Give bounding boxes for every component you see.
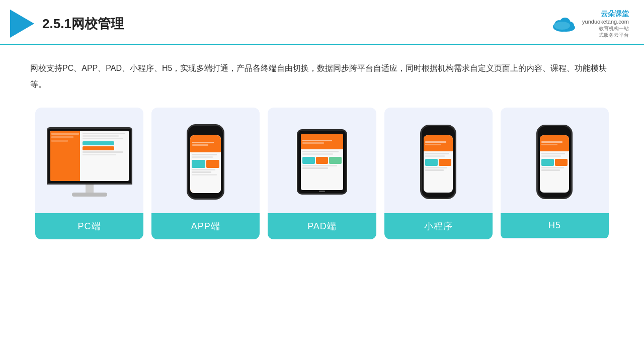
miniapp-card-label: 小程序 [384, 213, 493, 239]
brand-area: 云朵课堂 yunduoketang.com 教育机构一站 式服务云平台 [552, 9, 629, 38]
miniapp-card: 小程序 [384, 108, 493, 239]
pc-card-label: PC端 [35, 213, 143, 239]
h5-phone-illustration [536, 125, 573, 199]
pad-card-label: PAD端 [268, 213, 376, 239]
pad-card: PAD端 [268, 108, 376, 239]
miniapp-image-area [384, 108, 493, 213]
pc-image-area [35, 108, 143, 213]
pad-tablet-illustration [297, 129, 347, 195]
cloud-icon [552, 15, 578, 33]
header-left: 2.5.1网校管理 [10, 10, 124, 38]
brand-name: 云朵课堂 [582, 9, 629, 18]
page-title: 2.5.1网校管理 [42, 15, 124, 33]
brand-text-block: 云朵课堂 yunduoketang.com 教育机构一站 式服务云平台 [582, 9, 629, 38]
device-cards-container: PC端 [30, 108, 614, 239]
pc-monitor-illustration [47, 127, 132, 197]
main-content: 网校支持PC、APP、PAD、小程序、H5，实现多端打通，产品各终端自由切换，数… [0, 45, 644, 249]
pc-card: PC端 [35, 108, 143, 239]
app-phone-illustration [187, 124, 224, 200]
app-card-label: APP端 [151, 213, 260, 239]
miniapp-phone-illustration [420, 125, 456, 199]
page-header: 2.5.1网校管理 云朵课堂 yunduoketang.com 教育机构一站 式… [0, 0, 644, 45]
h5-image-area [501, 108, 609, 213]
h5-card: H5 [501, 108, 609, 239]
app-card: APP端 [151, 108, 260, 239]
brand-tagline: 教育机构一站 式服务云平台 [582, 25, 629, 38]
app-image-area [151, 108, 260, 213]
pad-image-area [268, 108, 376, 213]
description-paragraph: 网校支持PC、APP、PAD、小程序、H5，实现多端打通，产品各终端自由切换，数… [30, 60, 614, 93]
svg-point-5 [554, 22, 570, 30]
logo-triangle-icon [10, 10, 34, 38]
h5-card-label: H5 [501, 213, 609, 238]
brand-pinyin: yunduoketang.com [582, 18, 629, 25]
